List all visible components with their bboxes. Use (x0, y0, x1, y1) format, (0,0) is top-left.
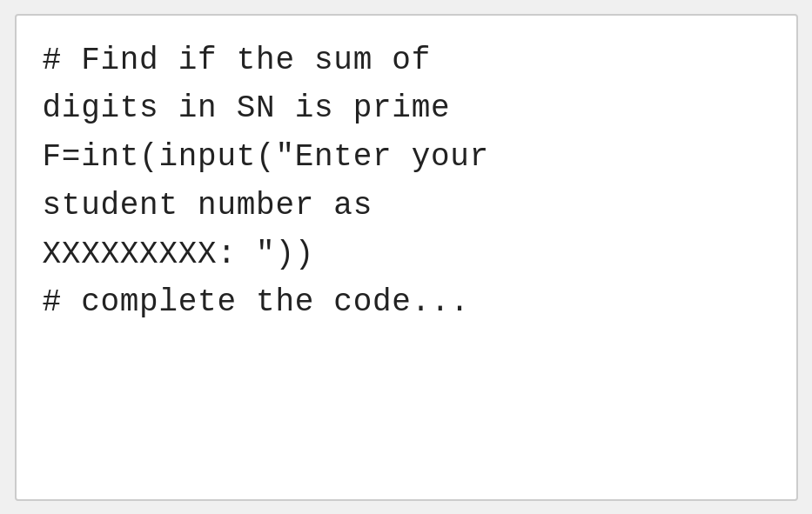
code-line-3: F=int(input("Enter your (43, 133, 770, 182)
code-block: # Find if the sum of digits in SN is pri… (15, 14, 798, 501)
code-line-2: digits in SN is prime (43, 84, 770, 133)
code-line-6: # complete the code... (43, 278, 770, 327)
code-line-5: XXXXXXXXX: ")) (43, 230, 770, 279)
code-line-1: # Find if the sum of (43, 37, 770, 85)
code-line-4: student number as (43, 182, 770, 230)
